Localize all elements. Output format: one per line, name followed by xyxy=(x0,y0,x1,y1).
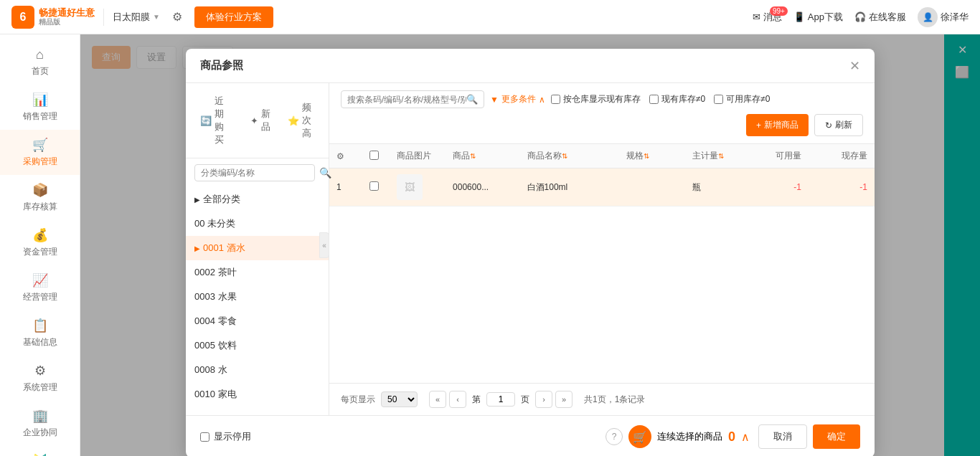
selected-count: 0 xyxy=(728,429,735,445)
category-search-row: 🔍 xyxy=(186,164,329,181)
total-pages-info: 共1页，1条记录 xyxy=(584,394,645,406)
product-reference-modal: 商品参照 ✕ 🔄 近期购买 ✦ 新 xyxy=(186,49,875,456)
category-item-0005[interactable]: 0005 饮料 xyxy=(186,333,329,358)
sidebar-item-basic[interactable]: 📋 基础信息 xyxy=(0,310,80,356)
footer-actions: 取消 确定 xyxy=(758,424,860,449)
messages-badge: 99+ xyxy=(770,6,788,16)
category-item-0002[interactable]: 0002 茶叶 xyxy=(186,260,329,285)
category-item-00[interactable]: 00 未分类 xyxy=(186,212,329,236)
left-tabs: 🔄 近期购买 ✦ 新品 ⭐ 频次高 xyxy=(186,92,329,149)
category-item-0010[interactable]: 0010 家电 xyxy=(186,382,329,407)
left-divider xyxy=(186,158,329,158)
select-all-checkbox[interactable] xyxy=(369,151,379,160)
phone-icon: 📱 xyxy=(793,11,805,22)
page-number-input[interactable] xyxy=(486,392,515,407)
more-filters-button[interactable]: ▼ 更多条件 ∧ xyxy=(490,93,545,105)
topbar: 6 畅捷通好生意 精品版 日太阳膜 ▼ ⚙ 体验行业方案 ✉ 消息 99+ 📱 … xyxy=(0,0,980,34)
right-panel: 🔍 ▼ 更多条件 ∧ 按仓库显示现有库存 xyxy=(329,83,875,415)
nonzero-avail-check[interactable]: 可用库存≠0 xyxy=(714,93,770,105)
toolbar-actions: + 新增商品 ↻ 刷新 xyxy=(746,114,863,136)
basic-icon: 📋 xyxy=(32,318,48,333)
col-header-name[interactable]: 商品名称⇅ xyxy=(520,144,619,168)
category-item-0003[interactable]: 0003 水果 xyxy=(186,285,329,309)
sidebar-item-system[interactable]: ⚙ 系统管理 xyxy=(0,356,80,401)
col-header-stock: 现存量 xyxy=(809,144,875,168)
modal-close-button[interactable]: ✕ xyxy=(849,60,860,72)
modal-header: 商品参照 ✕ xyxy=(186,49,875,83)
last-page-button[interactable]: » xyxy=(555,391,573,408)
sidebar-item-operations[interactable]: 📈 经营管理 xyxy=(0,265,80,310)
system-icon: ⚙ xyxy=(34,363,46,379)
first-page-button[interactable]: « xyxy=(429,391,446,408)
online-service-button[interactable]: 🎧 在线客服 xyxy=(854,11,906,24)
row-check[interactable] xyxy=(362,168,390,206)
show-disabled-checkbox[interactable] xyxy=(200,432,209,442)
col-header-avail: 可用量 xyxy=(743,144,809,168)
row-spec xyxy=(619,168,685,206)
recent-icon: 🔄 xyxy=(200,115,212,126)
help-icon[interactable]: ? xyxy=(606,428,623,445)
tab-frequent[interactable]: ⭐ 频次高 xyxy=(282,92,320,149)
table-row[interactable]: 1 🖼 xyxy=(329,168,875,206)
show-disabled-label[interactable]: 显示停用 xyxy=(200,430,251,443)
brand-logo: 6 畅捷通好生意 精品版 xyxy=(11,6,95,29)
page-size-select[interactable]: 10 20 50 100 xyxy=(381,391,418,407)
row-avail: -1 xyxy=(743,168,809,206)
sidebar-item-enterprise[interactable]: 🏢 企业协同 xyxy=(0,401,80,446)
nonzero-stock-check[interactable]: 现有库存≠0 xyxy=(649,93,705,105)
finance-icon: 💰 xyxy=(32,227,48,243)
confirm-button[interactable]: 确定 xyxy=(813,424,860,449)
user-menu[interactable]: 👤 徐泽华 xyxy=(918,7,969,27)
app-download-button[interactable]: 📱 App下载 xyxy=(793,11,843,24)
modal-footer: 显示停用 ? 🛒 连续选择的商品 0 ∧ 取消 确定 xyxy=(186,415,875,456)
sidebar-item-inventory[interactable]: 📦 库存核算 xyxy=(0,175,80,220)
category-item-0004[interactable]: 0004 零食 xyxy=(186,309,329,333)
category-list: ▶ 全部分类 00 未分类 ▶ 0001 酒水 0002 茶 xyxy=(186,187,329,407)
store-dropdown[interactable]: 日太阳膜 ▼ xyxy=(113,11,160,24)
page-suffix: 页 xyxy=(521,394,529,406)
refresh-button[interactable]: ↻ 刷新 xyxy=(814,114,863,136)
col-header-spec[interactable]: 规格⇅ xyxy=(619,144,685,168)
sidebar-item-finance[interactable]: 💰 资金管理 xyxy=(0,220,80,265)
logo-icon: 6 xyxy=(11,6,34,29)
col-header-img: 商品图片 xyxy=(390,144,446,168)
settings-icon[interactable]: ⚙ xyxy=(166,6,189,29)
filter-icon: ▼ xyxy=(490,95,499,105)
prev-page-button[interactable]: ‹ xyxy=(449,391,466,408)
layout: ⌂ 首页 📊 销售管理 🛒 采购管理 📦 库存核算 💰 资金管理 📈 经营管理 … xyxy=(0,34,980,456)
collapse-selected-button[interactable]: ∧ xyxy=(741,430,750,444)
messages-button[interactable]: ✉ 消息 99+ xyxy=(753,11,782,24)
category-search-input[interactable] xyxy=(194,164,315,181)
tab-new[interactable]: ✦ 新品 xyxy=(245,92,276,149)
cart-icon: 🛒 xyxy=(628,425,651,448)
col-header-code[interactable]: 商品⇅ xyxy=(446,144,519,168)
sidebar-item-home[interactable]: ⌂ 首页 xyxy=(0,40,80,85)
category-search-icon[interactable]: 🔍 xyxy=(319,167,331,179)
sidebar-item-purchase[interactable]: 🛒 采购管理 xyxy=(0,130,80,175)
add-product-button[interactable]: + 新增商品 xyxy=(746,114,809,136)
product-search-input[interactable] xyxy=(347,95,466,105)
search-toolbar: 🔍 ▼ 更多条件 ∧ 按仓库显示现有库存 xyxy=(329,83,875,144)
try-industry-button[interactable]: 体验行业方案 xyxy=(194,6,273,28)
page-nav: « ‹ 第 页 › » xyxy=(429,391,573,408)
col-header-check xyxy=(362,144,390,168)
guide-icon: 🔰 xyxy=(32,453,48,456)
warehouse-stock-check[interactable]: 按仓库显示现有库存 xyxy=(551,93,641,105)
category-item-0008[interactable]: 0008 水 xyxy=(186,358,329,382)
sidebar-item-guide[interactable]: 🔰 新手引导 xyxy=(0,446,80,456)
inventory-icon: 📦 xyxy=(32,182,48,198)
category-item-all[interactable]: ▶ 全部分类 xyxy=(186,187,329,212)
sidebar-item-sales[interactable]: 📊 销售管理 xyxy=(0,85,80,130)
collapse-panel-button[interactable]: « xyxy=(319,232,329,258)
sort-code-icon: ⇅ xyxy=(470,152,476,160)
cancel-button[interactable]: 取消 xyxy=(758,424,807,449)
category-item-0001[interactable]: ▶ 0001 酒水 xyxy=(186,236,329,260)
left-panel: 🔄 近期购买 ✦ 新品 ⭐ 频次高 xyxy=(186,83,329,415)
row-checkbox[interactable] xyxy=(369,181,379,191)
tab-recent[interactable]: 🔄 近期购买 xyxy=(194,92,239,149)
col-header-settings[interactable]: ⚙ xyxy=(329,144,362,168)
headset-icon: 🎧 xyxy=(854,11,866,22)
next-page-button[interactable]: › xyxy=(535,391,552,408)
col-header-unit[interactable]: 主计量⇅ xyxy=(685,144,743,168)
row-no: 1 xyxy=(329,168,362,206)
